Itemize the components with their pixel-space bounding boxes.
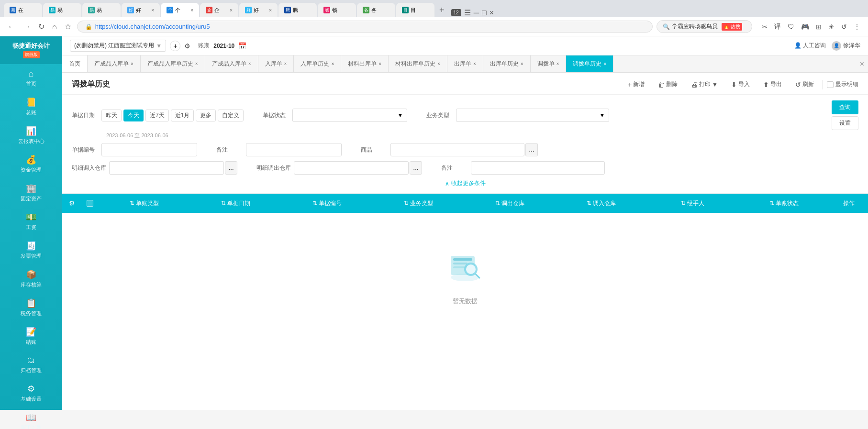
maximize-icon[interactable]: □ [482,9,487,17]
user-profile[interactable]: 👤 徐泽华 [832,41,860,51]
sidebar-item-assets[interactable]: 🏢 固定资产 [0,178,62,207]
menu-tool[interactable]: ⋮ [852,21,862,33]
delete-button[interactable]: 🗑 删除 [653,78,682,90]
date-7days[interactable]: 近7天 [145,110,169,121]
scissors-tool[interactable]: ✂ [760,21,769,33]
detail-remark-input[interactable] [471,161,605,175]
browser-tab-teng[interactable]: 腾 腾 [278,3,317,17]
home-button[interactable]: ⌂ [50,21,59,33]
detail-in-picker-button[interactable]: … [225,161,237,175]
status-select[interactable]: ▼ [292,109,407,122]
close-all-icon[interactable]: × [860,60,864,68]
collapse-button[interactable]: ∧ 收起更多条件 [72,179,858,187]
translate-tool[interactable]: 译 [772,21,783,33]
page-tab-close-icon[interactable]: × [248,61,251,66]
sidebar-item-salary[interactable]: 💵 工资 [0,207,62,236]
col-bill-type[interactable]: ⇅ 单账类型 [99,199,190,208]
col-handler[interactable]: ⇅ 经手人 [647,199,738,208]
page-tab-transfer-history[interactable]: 调拨单历史 × [566,55,613,73]
search-text[interactable]: 学霸应聘场驱鸟员 [672,22,718,31]
browser-tab-mu[interactable]: 目 目 [396,3,434,17]
col-status[interactable]: ⇅ 单账状态 [738,199,830,208]
print-button[interactable]: 🖨 打印 ▼ [686,78,723,90]
page-tab-prod-in-history[interactable]: 产成品入库单历史 × [141,55,205,73]
close-all-tabs[interactable]: × [860,60,868,68]
new-button[interactable]: + 新增 [623,78,649,90]
date-today[interactable]: 今天 [123,110,144,121]
settings-gear-button[interactable]: ⚙ [184,42,190,50]
page-tab-out[interactable]: 出库单 × [447,55,483,73]
date-yesterday[interactable]: 昨天 [101,110,122,121]
page-tab-close-icon[interactable]: × [131,61,134,66]
shield-tool[interactable]: 🛡 [786,21,796,33]
page-tab-mat-out[interactable]: 材料出库单 × [341,55,389,73]
page-tab-close-icon[interactable]: × [284,61,287,66]
tab-close-icon[interactable]: × [190,8,193,13]
col-out-warehouse[interactable]: ⇅ 调出仓库 [464,199,556,208]
browser-tab-xinwen[interactable]: 新 在 [4,3,42,17]
display-checkbox[interactable] [827,81,834,88]
page-tab-prod-in2[interactable]: 产成品入库单 × [205,55,258,73]
page-tab-close-icon[interactable]: × [378,61,381,66]
browser-tab-chang[interactable]: 畅 畅 [318,3,356,17]
date-more[interactable]: 更多 [196,110,216,121]
page-tab-close-icon[interactable]: × [473,61,476,66]
sidebar-item-settlement[interactable]: 📝 结账 [0,322,62,351]
export-button[interactable]: ⬆ 导出 [758,78,787,90]
page-tab-prod-in[interactable]: 产成品入库单 × [88,55,141,73]
brightness-tool[interactable]: ☀ [826,21,836,33]
add-company-button[interactable]: + [170,41,180,51]
favorite-button[interactable]: ☆ [63,20,73,33]
refresh-button[interactable]: ↺ 刷新 [790,78,819,90]
new-tab-button[interactable]: + [435,3,448,17]
page-tab-home[interactable]: 首页 [62,55,88,73]
sidebar-item-report[interactable]: 📊 云报表中心 [0,121,62,150]
reload-button[interactable]: ↻ [36,20,46,33]
biz-type-select[interactable]: ▼ [456,109,609,122]
display-toggle[interactable]: 显示明细 [827,80,858,88]
table-settings-icon[interactable]: ⚙ [62,199,81,207]
sidebar-item-home[interactable]: ⌂ 首页 [0,64,62,92]
help-button[interactable]: 👤 人工咨询 [794,42,826,50]
date-custom[interactable]: 自定义 [218,110,244,121]
sidebar-item-ledger[interactable]: 📒 总账 [0,92,62,121]
tab-menu-icon[interactable]: ☰ [464,8,471,17]
minimize-icon[interactable]: ─ [474,9,479,17]
col-bill-date[interactable]: ⇅ 单据日期 [190,199,281,208]
page-tab-close-icon[interactable]: × [603,61,606,66]
tab-close-icon[interactable]: × [269,8,272,13]
game-tool[interactable]: 🎮 [799,21,811,33]
browser-tab-yi1[interactable]: 易 易 [43,3,81,17]
page-tab-close-icon[interactable]: × [521,61,523,66]
close-icon[interactable]: × [490,9,494,17]
sidebar-item-settings[interactable]: ⚙ 基础设置 [0,379,62,407]
col-bill-no[interactable]: ⇅ 单据编号 [281,199,373,208]
col-biz-type[interactable]: ⇅ 业务类型 [373,199,464,208]
history-tool[interactable]: ↺ [839,21,849,33]
detail-out-input[interactable] [294,161,409,175]
company-selector[interactable]: (勿删勿禁用) 江西服宝测试专用 ▼ [70,40,166,52]
select-all-checkbox[interactable] [87,200,93,207]
detail-in-input[interactable] [109,161,224,175]
sidebar-item-inventory[interactable]: 📦 库存核算 [0,264,62,293]
page-tab-mat-out-history[interactable]: 材料出库单历史 × [389,55,447,73]
table-select-all[interactable] [81,200,99,207]
bill-no-input[interactable] [101,143,197,156]
page-tab-transfer[interactable]: 调拨单 × [531,55,567,73]
forward-button[interactable]: → [21,21,33,33]
date-1month[interactable]: 近1月 [171,110,194,121]
sidebar-item-guide[interactable]: 📖 新手引导 [0,407,62,429]
address-bar[interactable]: 🔒 https://cloud.chanjet.com/accounting/u… [77,21,653,33]
col-in-warehouse[interactable]: ⇅ 调入仓库 [556,199,647,208]
back-button[interactable]: ← [6,21,17,33]
sidebar-item-invoice[interactable]: 🧾 发票管理 [0,236,62,264]
tab-close-icon[interactable]: × [230,8,233,13]
sidebar-item-tax[interactable]: 📋 税务管理 [0,293,62,322]
page-tab-close-icon[interactable]: × [331,61,334,66]
tab-close-icon[interactable]: × [151,8,154,13]
grid-tool[interactable]: ⊞ [814,21,823,33]
browser-tab-chanjet[interactable]: 个 个 × [161,3,199,17]
query-button[interactable]: 查询 [832,100,858,114]
browser-tab-qiye[interactable]: 企 企 × [200,3,238,17]
page-tab-in-history[interactable]: 入库单历史 × [294,55,341,73]
